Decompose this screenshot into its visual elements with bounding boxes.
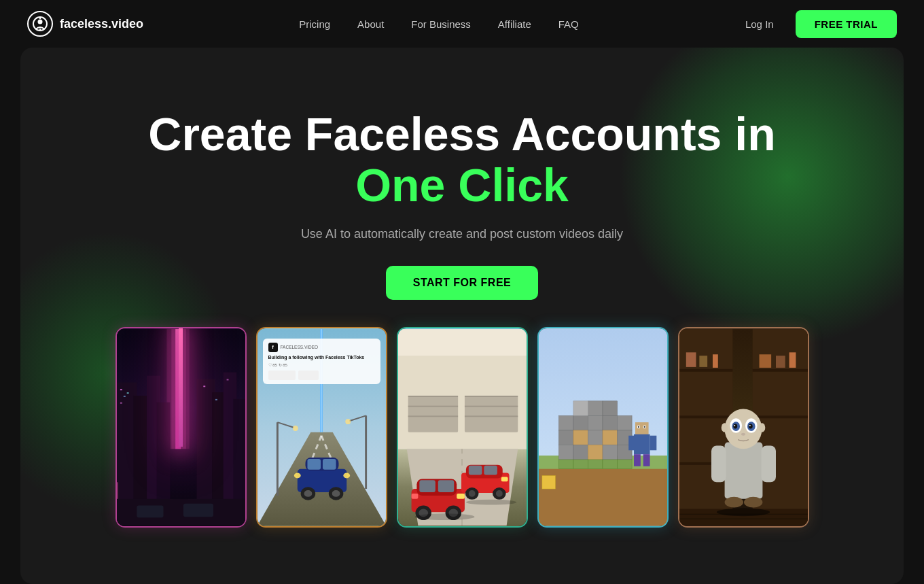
svg-rect-23 bbox=[117, 498, 245, 525]
svg-rect-56 bbox=[408, 415, 457, 417]
svg-rect-106 bbox=[573, 460, 588, 469]
svg-rect-59 bbox=[464, 405, 517, 407]
nav-for-business[interactable]: For Business bbox=[400, 13, 482, 35]
svg-rect-18 bbox=[120, 402, 122, 403]
svg-point-155 bbox=[716, 508, 769, 516]
svg-rect-92 bbox=[558, 430, 573, 445]
svg-rect-109 bbox=[617, 460, 632, 469]
nav-links: Pricing About For Business Affiliate FAQ bbox=[288, 13, 590, 35]
svg-rect-65 bbox=[419, 480, 436, 492]
svg-rect-127 bbox=[752, 368, 807, 371]
svg-rect-108 bbox=[603, 460, 618, 469]
svg-point-145 bbox=[748, 424, 752, 428]
nav-faq[interactable]: FAQ bbox=[548, 13, 590, 35]
svg-rect-94 bbox=[588, 430, 603, 445]
svg-rect-104 bbox=[573, 400, 588, 415]
svg-rect-115 bbox=[643, 454, 650, 466]
svg-point-149 bbox=[721, 423, 728, 432]
svg-rect-41 bbox=[307, 459, 321, 470]
svg-rect-54 bbox=[408, 396, 457, 397]
svg-rect-7 bbox=[171, 329, 186, 449]
svg-rect-97 bbox=[558, 445, 573, 460]
brand-logo[interactable]: faceless.video bbox=[27, 11, 143, 37]
hero-section: Create Faceless Accounts in One Click Us… bbox=[20, 48, 904, 584]
svg-rect-88 bbox=[573, 415, 588, 430]
svg-point-48 bbox=[294, 473, 300, 478]
svg-rect-105 bbox=[558, 460, 573, 469]
svg-point-36 bbox=[345, 419, 351, 424]
thumbnail-car-tiktok: f FACELESS.VIDEO Building a following wi… bbox=[256, 327, 387, 528]
thumb-bg-red-cars bbox=[398, 328, 527, 526]
svg-rect-133 bbox=[775, 356, 785, 368]
svg-rect-60 bbox=[464, 415, 517, 417]
svg-point-144 bbox=[733, 424, 737, 428]
hero-title: Create Faceless Accounts in One Click bbox=[148, 109, 775, 211]
svg-rect-103 bbox=[603, 400, 618, 415]
svg-rect-81 bbox=[501, 477, 508, 481]
hero-title-line2: One Click bbox=[148, 160, 775, 211]
svg-point-146 bbox=[734, 425, 735, 426]
svg-rect-72 bbox=[411, 494, 418, 499]
svg-point-78 bbox=[468, 490, 475, 497]
svg-rect-16 bbox=[120, 389, 122, 390]
svg-rect-25 bbox=[183, 503, 213, 517]
svg-rect-132 bbox=[759, 354, 771, 368]
free-trial-button[interactable]: FREE TRIAL bbox=[796, 10, 897, 38]
thumbnail-cyberpunk bbox=[116, 327, 247, 528]
svg-rect-112 bbox=[628, 435, 635, 450]
svg-rect-131 bbox=[712, 354, 717, 368]
svg-rect-66 bbox=[438, 480, 454, 492]
svg-rect-17 bbox=[123, 396, 125, 397]
svg-rect-138 bbox=[724, 442, 762, 498]
svg-point-46 bbox=[332, 490, 340, 497]
svg-point-153 bbox=[724, 496, 743, 507]
svg-rect-151 bbox=[711, 445, 726, 482]
svg-rect-120 bbox=[541, 475, 555, 489]
nav-right: Log In FREE TRIAL bbox=[734, 10, 897, 38]
svg-rect-86 bbox=[539, 468, 667, 525]
svg-rect-76 bbox=[484, 465, 497, 475]
svg-rect-53 bbox=[408, 396, 457, 432]
thumbnails-row: f FACELESS.VIDEO Building a following wi… bbox=[102, 327, 823, 528]
svg-rect-24 bbox=[137, 505, 163, 517]
svg-rect-111 bbox=[634, 434, 650, 453]
svg-rect-114 bbox=[634, 454, 641, 466]
svg-rect-58 bbox=[464, 396, 517, 397]
svg-rect-19 bbox=[126, 392, 128, 394]
svg-rect-26 bbox=[117, 482, 118, 498]
svg-rect-71 bbox=[457, 494, 465, 499]
svg-rect-102 bbox=[588, 400, 603, 415]
svg-point-83 bbox=[465, 499, 516, 504]
thumb-bg-creepy-child bbox=[679, 328, 808, 526]
svg-rect-91 bbox=[617, 415, 632, 430]
thumb-bg-minecraft bbox=[539, 328, 667, 526]
svg-point-33 bbox=[292, 426, 298, 431]
svg-rect-90 bbox=[603, 415, 618, 430]
svg-rect-21 bbox=[215, 398, 217, 400]
svg-rect-124 bbox=[679, 368, 732, 371]
svg-point-154 bbox=[743, 496, 762, 507]
thumbnail-red-cars bbox=[397, 327, 528, 528]
svg-rect-89 bbox=[588, 415, 603, 430]
overlay-title: Building a following with Faceless TikTo… bbox=[268, 355, 375, 360]
brand-name: faceless.video bbox=[60, 17, 143, 31]
start-free-button[interactable]: START FOR FREE bbox=[386, 266, 538, 300]
svg-rect-107 bbox=[588, 460, 603, 469]
nav-affiliate[interactable]: Affiliate bbox=[487, 13, 542, 35]
svg-rect-87 bbox=[558, 415, 573, 430]
hero-title-line1: Create Faceless Accounts in bbox=[148, 108, 775, 160]
navbar: faceless.video Pricing About For Busines… bbox=[0, 0, 924, 48]
nav-about[interactable]: About bbox=[346, 13, 395, 35]
svg-point-147 bbox=[749, 425, 750, 426]
nav-pricing[interactable]: Pricing bbox=[288, 13, 341, 35]
svg-point-148 bbox=[741, 432, 745, 435]
login-button[interactable]: Log In bbox=[734, 13, 785, 35]
thumb-bg-car-tiktok: f FACELESS.VIDEO Building a following wi… bbox=[257, 328, 386, 526]
overlay-stats: ♡ 85 ↻ 85 bbox=[268, 362, 375, 367]
svg-point-82 bbox=[414, 513, 474, 520]
svg-rect-100 bbox=[603, 445, 618, 460]
svg-rect-42 bbox=[322, 459, 336, 470]
svg-rect-95 bbox=[603, 430, 618, 445]
hero-content: Create Faceless Accounts in One Click Us… bbox=[102, 48, 823, 562]
svg-point-150 bbox=[758, 423, 765, 432]
